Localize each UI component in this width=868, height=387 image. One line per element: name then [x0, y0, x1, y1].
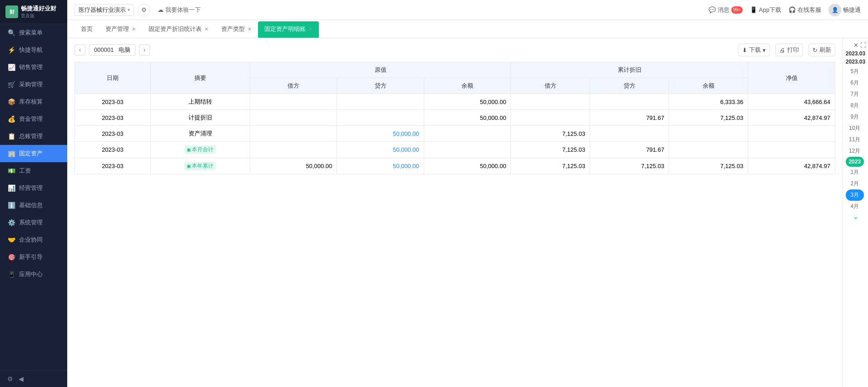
sidebar-scroll: 🔍搜索菜单⚡快捷导航📈销售管理🛒采购管理📦库存核算💰资金管理📋总账管理🏢固定资产… — [0, 24, 67, 370]
cell-orig-balance: 50,000.00 — [424, 110, 511, 126]
cell-dep-credit — [590, 126, 669, 142]
experience-icon: ☁ — [158, 6, 164, 13]
timeline-close-button[interactable]: ✕ — [853, 42, 858, 49]
tab-depreciation-stats[interactable]: 固定资产折旧统计表✕ — [142, 21, 215, 38]
prev-asset-button[interactable]: ‹ — [74, 45, 85, 55]
topbar: 医疗器械行业演示 ▾ ⚙ ☁ 我要体验一下 💬 消息 99+ 📱 App下载 🎧… — [67, 0, 868, 20]
timeline-expand-button[interactable]: ⛶ — [860, 42, 866, 49]
tab-asset-type[interactable]: 资产类型✕ — [215, 21, 258, 38]
timeline-month-item[interactable]: 4月 — [846, 201, 864, 212]
tab-close-icon[interactable]: ✕ — [308, 26, 312, 32]
table-row: 2023-03 本月合计 50,000.00 7,125.03 791.67 — [75, 142, 835, 158]
tab-close-icon[interactable]: ✕ — [248, 26, 252, 32]
company-selector[interactable]: 医疗器械行业演示 ▾ — [74, 4, 134, 16]
sidebar-item-inventory[interactable]: 📦库存核算 — [0, 93, 67, 110]
cell-orig-balance — [424, 126, 511, 142]
sidebar-item-search[interactable]: 🔍搜索菜单 — [0, 24, 67, 41]
cell-orig-debit — [250, 142, 337, 158]
company-dropdown-icon: ▾ — [128, 7, 130, 12]
sidebar-logo: 财 畅捷通好业财 普及版 — [0, 0, 67, 24]
print-button[interactable]: 🖨 打印 — [775, 44, 803, 56]
timeline-month-item[interactable]: 2月 — [846, 178, 864, 189]
avatar: 👤 — [828, 4, 841, 16]
tab-label: 资产管理 — [105, 25, 129, 33]
cell-orig-credit — [337, 110, 424, 126]
tab-home[interactable]: 首页 — [74, 21, 99, 38]
tabs-bar: 首页资产管理✕固定资产折旧统计表✕资产类型✕固定资产明细账✕ — [67, 20, 868, 38]
cell-orig-debit — [250, 126, 337, 142]
sidebar-item-ledger[interactable]: 📋总账管理 — [0, 128, 67, 145]
settings-footer-icon[interactable]: ⚙ — [7, 375, 13, 382]
sidebar-item-app-center[interactable]: 📱应用中心 — [0, 266, 67, 283]
salary-icon: 💵 — [7, 167, 15, 175]
timeline-month-item[interactable]: 1月 — [846, 167, 864, 178]
refresh-icon: ↻ — [813, 47, 818, 54]
content-area: ‹ 000001 电脑 › ⬇ 下载 ▾ 🖨 — [67, 38, 868, 387]
download-icon: ⬇ — [742, 47, 747, 54]
operations-icon: 📊 — [7, 184, 15, 192]
timeline-active-year[interactable]: 2023 — [846, 157, 864, 167]
sidebar-item-label: 工资 — [19, 167, 31, 175]
sidebar-item-label: 总账管理 — [19, 132, 43, 140]
sidebar-item-fixed-assets[interactable]: 🏢固定资产 — [0, 145, 67, 162]
sidebar-item-quick-nav[interactable]: ⚡快捷导航 — [0, 41, 67, 59]
cell-orig-debit — [250, 94, 337, 110]
sidebar-item-base-info[interactable]: ℹ️基础信息 — [0, 197, 67, 214]
sidebar-item-label: 快捷导航 — [19, 46, 43, 54]
th-summary: 摘要 — [150, 62, 250, 94]
app-center-icon: 📱 — [7, 270, 15, 278]
asset-code: 000001 — [94, 46, 114, 53]
experience-button[interactable]: ☁ 我要体验一下 — [158, 6, 201, 14]
sidebar-item-system[interactable]: ⚙️系统管理 — [0, 214, 67, 231]
tab-close-icon[interactable]: ✕ — [204, 26, 208, 32]
th-orig-debit: 借方 — [250, 78, 337, 94]
timeline-month-item[interactable]: 11月 — [846, 134, 864, 145]
sidebar-item-salary[interactable]: 💵工资 — [0, 162, 67, 179]
cell-dep-credit: 791.67 — [590, 142, 669, 158]
sidebar-footer: ⚙ ◀ — [0, 370, 67, 387]
customer-service-button[interactable]: 🎧 在线客服 — [789, 6, 821, 14]
cell-orig-credit: 50,000.00 — [337, 126, 424, 142]
cell-orig-balance — [424, 142, 511, 158]
guide-icon: 🎯 — [7, 253, 15, 261]
sidebar-item-purchase[interactable]: 🛒采购管理 — [0, 76, 67, 93]
notifications-button[interactable]: 💬 消息 99+ — [709, 6, 743, 14]
cell-date: 2023-03 — [75, 110, 151, 126]
download-button[interactable]: ⬇ 下载 ▾ — [738, 44, 770, 56]
timeline-month-item[interactable]: 8月 — [846, 100, 864, 111]
notifications-badge: 99+ — [731, 6, 743, 14]
timeline-month-item[interactable]: 7月 — [846, 89, 864, 100]
app-download-label: App下载 — [759, 6, 781, 14]
app-download-button[interactable]: 📱 App下载 — [750, 6, 781, 14]
timeline-month-item[interactable]: 9月 — [846, 111, 864, 123]
tab-close-icon[interactable]: ✕ — [132, 26, 136, 32]
cell-dep-debit — [511, 110, 590, 126]
cell-net-value: 42,874.97 — [748, 110, 835, 126]
tab-asset-detail[interactable]: 固定资产明细账✕ — [258, 21, 319, 38]
collapse-sidebar-icon[interactable]: ◀ — [19, 375, 24, 382]
timeline-month-item[interactable]: 12月 — [846, 145, 864, 157]
timeline-scroll-down-icon[interactable]: ⌄ — [846, 212, 865, 221]
sidebar-item-operations[interactable]: 📊经营管理 — [0, 179, 67, 197]
sidebar-item-funds[interactable]: 💰资金管理 — [0, 110, 67, 128]
sidebar-item-guide[interactable]: 🎯新手引导 — [0, 248, 67, 266]
cell-summary: 本年累计 — [150, 158, 250, 174]
timeline-month-item[interactable]: 5月 — [846, 66, 864, 77]
sidebar-item-label: 销售管理 — [19, 63, 43, 71]
refresh-button[interactable]: ↻ 刷新 — [808, 44, 835, 56]
timeline-month-item[interactable]: 3月 — [846, 189, 864, 201]
tab-asset-mgmt[interactable]: 资产管理✕ — [99, 21, 142, 38]
topbar-settings-icon[interactable]: ⚙ — [138, 4, 150, 16]
timeline-month-item[interactable]: 10月 — [846, 123, 864, 134]
timeline-month-item[interactable]: 6月 — [846, 77, 864, 89]
th-dep-debit: 借方 — [511, 78, 590, 94]
cell-orig-debit: 50,000.00 — [250, 158, 337, 174]
next-asset-button[interactable]: › — [139, 45, 150, 55]
sidebar-item-sales[interactable]: 📈销售管理 — [0, 59, 67, 76]
cell-orig-credit: 50,000.00 — [337, 158, 424, 174]
user-avatar-button[interactable]: 👤 畅捷通 — [828, 4, 861, 16]
experience-label: 我要体验一下 — [165, 6, 201, 14]
th-dep-balance: 余额 — [669, 78, 748, 94]
tab-label: 首页 — [81, 25, 93, 33]
sidebar-item-collab[interactable]: 🤝企业协同 — [0, 231, 67, 248]
